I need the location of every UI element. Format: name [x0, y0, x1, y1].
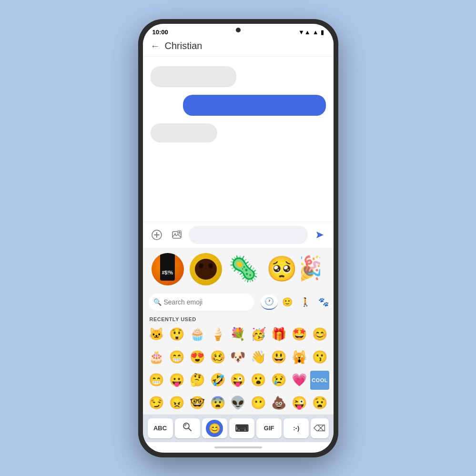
emoji-active-icon: 😊: [206, 420, 223, 437]
sticker-2[interactable]: [187, 252, 225, 287]
emoji-cat[interactable]: 🐱: [147, 325, 166, 344]
emoji-bigsmile[interactable]: 😁: [147, 371, 166, 390]
front-camera: [236, 28, 241, 32]
emoji-search-row: 🔍 🕐 🙂 🚶 🐾 🍽 ⚽: [143, 291, 334, 314]
emoji-wow[interactable]: 😲: [167, 325, 186, 344]
emoji-tongue2[interactable]: 😜: [290, 394, 309, 413]
emoji-keyboard: 🔍 🕐 🙂 🚶 🐾 🍽 ⚽ RECENTLY USED 🐱 😲 🧁: [143, 291, 334, 415]
emoji-fearful[interactable]: 😨: [208, 394, 227, 413]
abc-button[interactable]: ABC: [148, 418, 173, 438]
add-button[interactable]: [149, 227, 165, 243]
input-bar: [143, 222, 334, 248]
sticker-5[interactable]: 🎉: [301, 252, 320, 287]
emoji-dog[interactable]: 🐶: [228, 348, 248, 367]
emoji-tongue[interactable]: 😛: [167, 371, 186, 390]
emoji-smirk[interactable]: 😏: [147, 394, 166, 413]
emoji-cry[interactable]: 😢: [269, 371, 289, 390]
message-bubble-received-2: [151, 123, 217, 142]
keyboard-bottom-bar: ABC 😊 ⌨ GIF :-): [143, 415, 334, 442]
search-icon: 🔍: [153, 298, 162, 306]
emoji-icecream[interactable]: 🍦: [208, 325, 227, 344]
emoji-angry[interactable]: 😠: [167, 394, 186, 413]
emoji-flowers[interactable]: 💐: [228, 325, 248, 344]
phone-frame: 10:00 ▼▲ ▲ ▮ ← Christian: [138, 19, 338, 457]
media-button[interactable]: [169, 227, 185, 243]
keyboard-button[interactable]: ⌨: [229, 418, 254, 438]
signal-icon: ▲: [313, 29, 319, 36]
emoji-tab-button[interactable]: 😊: [202, 418, 227, 438]
search-wrapper: 🔍: [149, 294, 254, 311]
emoji-grid-row1: 🐱 😲 🧁 🍦 💐 🥳 🎁 🤩 😊: [143, 323, 334, 346]
emoji-grid-row3: 😁 😛 🤔 🤣 😜 😮 😢 💗 COOL: [143, 369, 334, 392]
cat-tab-food[interactable]: 🍽: [333, 294, 334, 310]
message-bubble-received-1: [151, 66, 236, 87]
app-header: ← Christian: [143, 38, 334, 57]
back-button[interactable]: ←: [151, 41, 160, 51]
message-area: [143, 57, 334, 222]
emoji-wave[interactable]: 👋: [249, 348, 268, 367]
emoji-anguished[interactable]: 😧: [310, 394, 330, 413]
emoticon-button[interactable]: :-): [284, 418, 309, 438]
emoji-cupcake[interactable]: 🧁: [187, 325, 207, 344]
contact-name: Christian: [165, 41, 203, 51]
emoji-poop[interactable]: 💩: [269, 394, 289, 413]
status-time: 10:00: [152, 29, 168, 36]
delete-icon: ⌫: [314, 423, 325, 434]
home-bar: [214, 446, 262, 448]
emoji-cool-badge[interactable]: COOL: [310, 371, 330, 390]
cat-tab-faces[interactable]: 🙂: [279, 294, 296, 310]
emoji-search-input[interactable]: [149, 294, 254, 311]
emoji-grid-row4: 😏 😠 🤓 😨 👽 😶 💩 😜 😧: [143, 392, 334, 415]
emoji-category-tabs: 🕐 🙂 🚶 🐾 🍽 ⚽: [257, 294, 334, 311]
emoji-catshock[interactable]: 🙀: [290, 348, 309, 367]
emoji-kiss[interactable]: 😗: [310, 348, 330, 367]
gif-button[interactable]: GIF: [256, 418, 282, 438]
emoji-grid-row2: 🎂 😁 😍 🥴 🐶 👋 😃 🙀 😗: [143, 346, 334, 369]
sticker-search-button[interactable]: [175, 418, 200, 438]
emoji-smile[interactable]: 😊: [310, 325, 330, 344]
emoji-woozy[interactable]: 🥴: [208, 348, 227, 367]
emoji-expressionless[interactable]: 😶: [249, 394, 268, 413]
status-icons: ▼▲ ▲ ▮: [298, 29, 324, 36]
recently-used-label: RECENTLY USED: [143, 314, 334, 323]
emoji-thinking[interactable]: 🤔: [187, 371, 207, 390]
emoji-rofl[interactable]: 🤣: [208, 371, 227, 390]
home-indicator: [143, 442, 334, 453]
sticker-3[interactable]: 🦠: [225, 252, 263, 287]
emoji-starstruck[interactable]: 🤩: [290, 325, 309, 344]
cat-tab-animals[interactable]: 🐾: [315, 294, 332, 310]
message-bubble-sent: [183, 95, 326, 116]
emoji-cake[interactable]: 🎂: [147, 348, 166, 367]
emoji-happy[interactable]: 😃: [269, 348, 289, 367]
emoji-nerd[interactable]: 🤓: [187, 394, 207, 413]
emoji-open-mouth[interactable]: 😮: [249, 371, 268, 390]
sticker-1[interactable]: @@ #$!%: [149, 252, 187, 287]
keyboard-icon: ⌨: [235, 423, 249, 434]
emoji-heart-eyes[interactable]: 😍: [187, 348, 207, 367]
emoji-wink-tongue[interactable]: 😜: [228, 371, 248, 390]
emoji-party[interactable]: 🥳: [249, 325, 268, 344]
svg-line-9: [189, 428, 192, 431]
battery-icon: ▮: [321, 29, 324, 36]
phone-screen: 10:00 ▼▲ ▲ ▮ ← Christian: [143, 24, 334, 453]
emoji-gift[interactable]: 🎁: [269, 325, 289, 344]
cat-tab-recent[interactable]: 🕐: [261, 294, 278, 310]
emoji-alien[interactable]: 👽: [228, 394, 248, 413]
emoji-heart[interactable]: 💗: [290, 371, 309, 390]
send-button[interactable]: [312, 227, 328, 243]
wifi-icon: ▼▲: [298, 29, 311, 36]
sticker-4[interactable]: 🥺: [263, 252, 301, 287]
emoji-grin[interactable]: 😁: [167, 348, 186, 367]
message-input[interactable]: [189, 226, 308, 244]
sticker-row: @@ #$!% 🦠: [143, 248, 334, 291]
delete-button[interactable]: ⌫: [311, 418, 328, 438]
cat-tab-people[interactable]: 🚶: [297, 294, 314, 310]
status-bar: 10:00 ▼▲ ▲ ▮: [143, 24, 334, 38]
sticker-search-icon: [182, 422, 192, 435]
